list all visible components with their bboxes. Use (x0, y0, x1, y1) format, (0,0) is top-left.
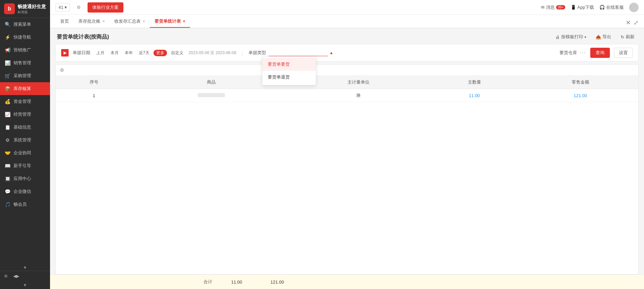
online-service-button[interactable]: 🎧 在线客服 (599, 4, 624, 10)
nav-label: 企业微信 (14, 188, 31, 195)
topbar-right: ✉ 消息 99+ 📱 App下载 🎧 在线客服 (541, 3, 639, 12)
type-dropdown-popup: 要货单要货要货单退货 (262, 56, 316, 85)
tab-收发存汇总表[interactable]: 收发存汇总表× (110, 16, 150, 28)
expand-filter-button[interactable]: ▶ (61, 49, 69, 57)
sidebar-item-应用中心[interactable]: 🔲应用中心 (0, 172, 50, 185)
nav-label: 应用中心 (14, 176, 31, 182)
tab-label: 要货单统计表 (154, 18, 181, 24)
table-toolbar: ⚙ (56, 65, 638, 76)
sidebar-item-系统管理[interactable]: ⚙系统管理 (0, 134, 50, 147)
sidebar-logo: b 畅捷通好生意 标准版 (0, 0, 50, 18)
messages-label: 消息 (546, 4, 555, 10)
logo-icon: b (4, 3, 15, 14)
date-this-month[interactable]: 本月 (109, 49, 121, 57)
tab-首页[interactable]: 首页 (55, 16, 74, 28)
type-input[interactable] (269, 49, 328, 56)
sidebar: b 畅捷通好生意 标准版 🔍搜索菜单⚡快捷导航📢营销推广📊销售管理🛒采购管理📦库… (0, 0, 50, 289)
warehouse-more-icon[interactable]: ··· (580, 50, 586, 56)
sidebar-item-销售管理[interactable]: 📊销售管理 (0, 57, 50, 69)
page-header: 要货单统计表(按商品) 🖨 按模板打印 ▾ 📤 导出 ↻ 刷新 (50, 28, 644, 44)
refresh-button[interactable]: ↻ 刷新 (618, 32, 637, 41)
nav-icon: ⚡ (4, 35, 11, 40)
date-this-year[interactable]: 本年 (123, 49, 135, 57)
app-download-button[interactable]: 📱 App下载 (571, 4, 594, 10)
nav-label: 系统管理 (14, 137, 31, 143)
dropdown-option-要货单退货[interactable]: 要货单退货 (262, 71, 316, 84)
export-icon: 📤 (596, 35, 601, 40)
print-dropdown-icon: ▾ (585, 35, 586, 39)
trial-button[interactable]: 体验行业方案 (88, 2, 123, 13)
cell-unit: 块 (291, 89, 426, 102)
tab-close-icon[interactable]: × (143, 19, 145, 24)
nav-icon: 🎵 (4, 202, 11, 207)
tab-库存批次账[interactable]: 库存批次账× (74, 16, 110, 28)
sidebar-item-畅会员[interactable]: 🎵畅会员 (0, 198, 50, 211)
sidebar-item-资金管理[interactable]: 💰资金管理 (0, 95, 50, 108)
cell-amount: 121.00 (522, 89, 638, 102)
sidebar-item-库存核算[interactable]: 📦库存核算 (0, 82, 50, 95)
sidebar-item-搜索菜单[interactable]: 🔍搜索菜单 (0, 18, 50, 31)
date-custom-button[interactable]: 自定义 (169, 49, 185, 57)
sidebar-item-营销推广[interactable]: 📢营销推广 (0, 44, 50, 57)
nav-icon: 📖 (4, 163, 11, 169)
nav-label: 营销推广 (14, 47, 31, 53)
sidebar-scroll-up[interactable]: ▲ (0, 263, 50, 271)
close-all-icon[interactable]: ✕ (626, 19, 631, 26)
warehouse-label: 要货仓库 (559, 50, 577, 56)
nav-label: 快捷导航 (14, 34, 31, 40)
tabs-bar: 首页库存批次账×收发存汇总表×要货单统计表×✕⤢ (50, 15, 644, 28)
settings-icon[interactable]: ⚙ (4, 274, 8, 279)
sidebar-item-企业协同[interactable]: 🤝企业协同 (0, 147, 50, 159)
query-button[interactable]: 查询 (590, 48, 610, 58)
nav-icon: 📈 (4, 112, 11, 117)
filter-divider: | (242, 50, 243, 55)
date-last-7-days[interactable]: 近7天 (137, 49, 151, 57)
sidebar-item-快捷导航[interactable]: ⚡快捷导航 (0, 31, 50, 44)
topbar-settings-btn[interactable]: ⚙ (74, 3, 84, 12)
table-body: 1块11.00121.00 (56, 89, 638, 102)
type-dropdown-chevron[interactable]: ▲ (329, 50, 333, 55)
table-footer: 合计 11.00 121.00 (50, 274, 644, 289)
nav-label: 资金管理 (14, 98, 31, 105)
filter-type-section: 单据类型 ▲ 要货单要货要货单退货 (248, 49, 336, 56)
settings-button[interactable]: 设置 (614, 48, 633, 58)
headset-icon: 🎧 (599, 5, 605, 10)
sidebar-bottom: ⚙ ◀▶ (0, 271, 50, 281)
sidebar-item-新手引导[interactable]: 📖新手引导 (0, 159, 50, 172)
data-table: 序号商品主计量单位主数量零售金额 1块11.00121.00 (56, 76, 638, 102)
online-service-label: 在线客服 (606, 4, 624, 10)
sidebar-item-采购管理[interactable]: 🛒采购管理 (0, 69, 50, 82)
messages-button[interactable]: ✉ 消息 99+ (541, 4, 565, 10)
amount-link[interactable]: 121.00 (574, 93, 587, 98)
user-avatar[interactable] (629, 3, 639, 12)
tab-close-icon[interactable]: × (183, 19, 185, 24)
collapse-icon[interactable]: ◀▶ (13, 274, 19, 279)
tab-label: 收发存汇总表 (114, 18, 141, 24)
page-title: 要货单统计表(按商品) (57, 34, 109, 41)
nav-icon: 🛒 (4, 73, 11, 79)
export-button[interactable]: 📤 导出 (593, 32, 614, 41)
sidebar-item-企业微信[interactable]: 💬企业微信 (0, 185, 50, 198)
store-name: 41 (58, 5, 63, 10)
store-selector[interactable]: 41 ▾ (55, 3, 70, 12)
nav-icon: ⚙ (4, 137, 11, 143)
tab-close-icon[interactable]: × (102, 19, 105, 24)
nav-label: 基础信息 (14, 124, 31, 130)
print-button[interactable]: 🖨 按模板打印 ▾ (553, 32, 589, 41)
date-range-display: 2023-05-06 至 2023-06-06 (189, 50, 236, 56)
sidebar-scroll-down[interactable]: ▼ (0, 281, 50, 289)
tab-要货单统计表[interactable]: 要货单统计表× (150, 16, 190, 28)
maximize-icon[interactable]: ⤢ (634, 19, 639, 26)
sidebar-item-经营管理[interactable]: 📈经营管理 (0, 108, 50, 121)
refresh-icon: ↻ (621, 35, 624, 40)
nav-icon: 📊 (4, 60, 11, 66)
column-settings-icon[interactable]: ⚙ (60, 67, 64, 73)
sidebar-item-基础信息[interactable]: 📋基础信息 (0, 121, 50, 134)
date-more-button[interactable]: 更多 (153, 50, 167, 56)
date-prev-month[interactable]: 上月 (94, 49, 106, 57)
filter-warehouse-section: 要货仓库 ··· (559, 50, 586, 56)
message-icon: ✉ (541, 5, 545, 10)
qty-link[interactable]: 11.00 (469, 93, 480, 98)
dropdown-option-要货单要货[interactable]: 要货单要货 (262, 58, 316, 71)
filter-bar: ▶ 单据日期 上月 本月 本年 近7天 更多 自定义 2023-05-06 至 … (55, 44, 639, 62)
